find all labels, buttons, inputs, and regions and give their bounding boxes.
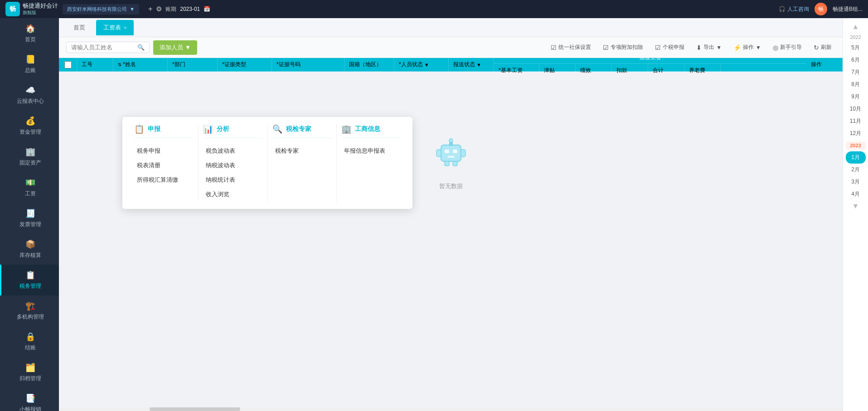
menu-item-income-browse[interactable]: 收入浏览 [203,187,262,202]
dropdown-header-declaration: 📋 申报 [134,124,194,138]
dropdown-col-declaration: 📋 申报 税务申报 税表清册 所得税汇算清缴 [130,124,199,202]
menu-item-tax-stats[interactable]: 纳税统计表 [203,173,262,187]
sidebar-label-salary: 工资 [25,190,36,198]
svg-rect-6 [436,150,441,157]
operation-btn[interactable]: ⚡ 操作 ▼ [730,42,765,53]
cal-month-1[interactable]: 1月 [846,151,866,164]
svg-rect-8 [445,161,449,166]
refresh-btn[interactable]: ↻ 刷新 [810,42,835,53]
dropdown-header-analysis: 📊 分析 [203,124,262,138]
calendar-icon[interactable]: 📅 [204,6,210,12]
export-label: 导出 [703,44,714,51]
sidebar-item-home[interactable]: 🏠 首页 [0,18,59,49]
th-name-label: *姓名 [123,61,136,68]
period-label: 账期 [165,5,176,13]
sidebar-item-close[interactable]: 🔒 结账 [0,326,59,357]
add-person-button[interactable]: 添加人员 ▼ [153,40,197,55]
operation-chevron-icon: ▼ [756,44,761,51]
menu-item-tax-wave[interactable]: 纳税波动表 [203,158,262,173]
menu-item-tax-expert[interactable]: 税检专家 [272,144,332,158]
personal-tax-btn[interactable]: ☑ 个税申报 [651,42,688,53]
sidebar-item-archive[interactable]: 🗂️ 归档管理 [0,357,59,388]
filter2-icon[interactable]: ▼ [476,62,481,68]
sidebar-item-salary[interactable]: 💵 工资 [0,172,59,203]
cal-month-11[interactable]: 11月 [846,115,866,127]
ledger-icon: 📒 [25,54,35,64]
tab-salary-label: 工资表 [103,24,121,32]
sidebar-item-ledger[interactable]: 📒 总账 [0,49,59,80]
period-value: 2023-01 [180,6,200,12]
svg-rect-0 [441,145,461,161]
calendar-up-nav[interactable]: ▲ [850,21,861,33]
search-input[interactable] [71,44,135,51]
calendar-down-nav[interactable]: ▼ [850,200,861,212]
cal-month-4[interactable]: 4月 [846,188,866,200]
sidebar-label-fund: 资金管理 [19,128,41,136]
svg-point-5 [449,139,453,142]
menu-item-annual-report[interactable]: 年报信息申报表 [341,144,401,158]
cal-month-3[interactable]: 3月 [846,176,866,188]
cal-month-6[interactable]: 6月 [846,54,866,66]
logo-icon: 畅 [5,2,20,16]
special-deduction-btn[interactable]: ☑ 专项附加扣除 [599,42,647,53]
sidebar-label-archive: 归档管理 [19,375,41,382]
cal-month-12[interactable]: 12月 [846,127,866,140]
current-year-label: 2023 [846,141,866,150]
tab-home[interactable]: 首页 [66,20,92,35]
plus-icon[interactable]: + [148,5,152,13]
th-salary-group-label: 应发工资 [494,58,806,64]
salary-icon: 💵 [25,178,35,188]
calendar-panel: ▲ 2022 5月 6月 7月 8月 9月 10月 11月 12月 2023 1… [843,18,868,411]
personal-tax-label: 个税申报 [663,44,684,51]
social-insurance-btn[interactable]: ☑ 统一社保设置 [547,42,595,53]
sidebar: 🏠 首页 📒 总账 ☁️ 云报表中心 💰 资金管理 🏢 固定资产 💵 工资 🧾 … [0,18,59,411]
sidebar-item-cloud[interactable]: ☁️ 云报表中心 [0,80,59,111]
company-selector[interactable]: 西安虾米网络科技有限公司 ▼ [63,4,139,15]
operation-icon: ⚡ [733,44,741,51]
cal-month-8[interactable]: 8月 [846,78,866,91]
cal-month-9[interactable]: 9月 [846,91,866,103]
tab-close-icon[interactable]: × [124,25,126,30]
cal-month-7[interactable]: 7月 [846,66,866,78]
sidebar-item-invoice[interactable]: 🧾 发票管理 [0,203,59,234]
th-ops: 操作 [806,58,843,71]
horizontal-scrollbar[interactable] [59,407,843,411]
sidebar-item-multi[interactable]: 🏗️ 多机构管理 [0,295,59,326]
sidebar-label-multi: 多机构管理 [17,313,44,321]
chevron-down-icon: ▼ [185,44,191,51]
menu-item-income-tax-settle[interactable]: 所得税汇算清缴 [134,173,194,187]
scrollbar-thumb[interactable] [150,407,240,411]
menu-item-tax-burden[interactable]: 税负波动表 [203,144,262,158]
cal-month-10[interactable]: 10月 [846,103,866,115]
th-checkbox[interactable] [59,58,77,71]
cal-month-5[interactable]: 5月 [846,42,866,54]
business-label: 工商信息 [355,125,380,133]
gear-icon[interactable]: ⚙ [156,5,162,13]
menu-item-tax-table[interactable]: 税表清册 [134,158,194,173]
company-name: 西安虾米网络科技有限公司 [67,6,127,13]
customer-service-btn[interactable]: 🎧 人工咨询 [779,5,809,13]
th-no: 工号 [77,58,113,71]
svg-rect-3 [447,156,455,158]
sidebar-item-report[interactable]: 📑 小畅报销 [0,388,59,411]
select-all-checkbox[interactable] [64,61,72,68]
sidebar-item-fund[interactable]: 💰 资金管理 [0,111,59,141]
dropdown-col-tax-expert: 🔍 税检专家 税检专家 [268,124,337,202]
menu-item-tax-declaration[interactable]: 税务申报 [134,144,194,158]
toolbar-actions: ☑ 统一社保设置 ☑ 专项附加扣除 ☑ 个税申报 ⬇ 导出 ▼ ⚡ [547,42,835,53]
sidebar-item-inventory[interactable]: 📦 库存核算 [0,234,59,265]
filter-icon[interactable]: ▼ [424,62,429,68]
tax-report-icon: ☑ [655,44,661,51]
dropdown-header-tax-expert: 🔍 税检专家 [272,124,332,138]
sidebar-item-asset[interactable]: 🏢 固定资产 [0,141,59,172]
export-btn[interactable]: ⬇ 导出 ▼ [693,42,725,53]
tab-salary[interactable]: 工资表 × [96,20,134,35]
sidebar-item-tax[interactable]: 📋 税务管理 [0,265,59,295]
sort-icon[interactable]: ⇅ [118,62,121,67]
refresh-label: 刷新 [821,44,832,51]
guide-btn[interactable]: ◎ 新手引导 [769,42,805,53]
cal-month-2[interactable]: 2月 [846,164,866,176]
inventory-icon: 📦 [25,239,35,249]
checkbox-icon: ☑ [551,44,557,51]
special-deduction-label: 专项附加扣除 [611,44,643,51]
